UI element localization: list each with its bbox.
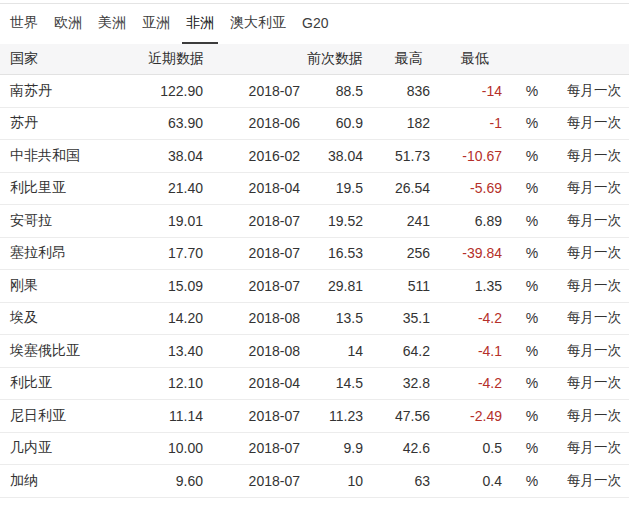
country-link[interactable]: 埃及 (0, 309, 148, 327)
table-row[interactable]: 尼日利亚 11.14 2018-07 11.23 47.56 -2.49 % 每… (0, 400, 629, 433)
header-previous: 前次数据 (300, 50, 363, 68)
country-link[interactable]: 苏丹 (0, 114, 148, 132)
region-tab-1[interactable]: 欧洲 (50, 4, 86, 44)
recent-value: 12.10 (148, 375, 203, 391)
reference-date: 2018-07 (203, 213, 300, 229)
table-row[interactable]: 利比里亚 21.40 2018-04 19.5 26.54 -5.69 % 每月… (0, 173, 629, 206)
frequency-label: 每月一次 (562, 407, 629, 425)
table-row[interactable]: 利比亚 12.10 2018-04 14.5 32.8 -4.2 % 每月一次 (0, 368, 629, 401)
country-link[interactable]: 塞拉利昂 (0, 244, 148, 262)
country-link[interactable]: 加纳 (0, 472, 148, 490)
lowest-value: -5.69 (430, 180, 502, 196)
table-row[interactable]: 中非共和国 38.04 2016-02 38.04 51.73 -10.67 %… (0, 140, 629, 173)
region-tab-label: 欧洲 (54, 14, 82, 32)
country-link[interactable]: 埃塞俄比亚 (0, 342, 148, 360)
table-row[interactable]: 刚果 15.09 2018-07 29.81 511 1.35 % 每月一次 (0, 270, 629, 303)
table-row[interactable]: 埃塞俄比亚 13.40 2018-08 14 64.2 -4.1 % 每月一次 (0, 335, 629, 368)
unit-label: % (502, 408, 562, 424)
highest-value: 51.73 (363, 148, 430, 164)
previous-value: 19.5 (300, 180, 363, 196)
country-link[interactable]: 几内亚 (0, 439, 148, 457)
recent-value: 19.01 (148, 213, 203, 229)
lowest-value: -2.49 (430, 408, 502, 424)
highest-value: 836 (363, 83, 430, 99)
region-tab-6[interactable]: G20 (298, 4, 332, 44)
highest-value: 182 (363, 115, 430, 131)
table-body: 南苏丹 122.90 2018-07 88.5 836 -14 % 每月一次 苏… (0, 75, 629, 498)
header-country: 国家 (0, 50, 148, 68)
recent-value: 21.40 (148, 180, 203, 196)
economic-indicators-page: 世界 欧洲 美洲 亚洲 非洲 澳大利亚 G20 国家 近期数据 前次数据 最高 … (0, 0, 629, 506)
reference-date: 2018-04 (203, 180, 300, 196)
region-tab-label: 世界 (10, 14, 38, 32)
previous-value: 14.5 (300, 375, 363, 391)
reference-date: 2018-07 (203, 408, 300, 424)
table-row[interactable]: 南苏丹 122.90 2018-07 88.5 836 -14 % 每月一次 (0, 75, 629, 108)
unit-label: % (502, 375, 562, 391)
reference-date: 2016-02 (203, 148, 300, 164)
recent-value: 11.14 (148, 408, 203, 424)
country-link[interactable]: 刚果 (0, 277, 148, 295)
header-recent: 近期数据 (148, 50, 203, 68)
lowest-value: -4.2 (430, 310, 502, 326)
frequency-label: 每月一次 (562, 374, 629, 392)
recent-value: 13.40 (148, 343, 203, 359)
highest-value: 511 (363, 278, 430, 294)
frequency-label: 每月一次 (562, 82, 629, 100)
region-tab-label: G20 (302, 15, 328, 31)
lowest-value: 6.89 (430, 213, 502, 229)
reference-date: 2018-08 (203, 310, 300, 326)
frequency-label: 每月一次 (562, 212, 629, 230)
frequency-label: 每月一次 (562, 309, 629, 327)
table-row[interactable]: 塞拉利昂 17.70 2018-07 16.53 256 -39.84 % 每月… (0, 238, 629, 271)
lowest-value: -1 (430, 115, 502, 131)
unit-label: % (502, 115, 562, 131)
region-tab-label: 非洲 (186, 14, 214, 32)
recent-value: 14.20 (148, 310, 203, 326)
unit-label: % (502, 148, 562, 164)
previous-value: 10 (300, 473, 363, 489)
unit-label: % (502, 310, 562, 326)
country-link[interactable]: 尼日利亚 (0, 407, 148, 425)
recent-value: 122.90 (148, 83, 203, 99)
region-tab-2[interactable]: 美洲 (94, 4, 130, 44)
previous-value: 60.9 (300, 115, 363, 131)
table-row[interactable]: 埃及 14.20 2018-08 13.5 35.1 -4.2 % 每月一次 (0, 303, 629, 336)
reference-date: 2018-07 (203, 245, 300, 261)
highest-value: 42.6 (363, 440, 430, 456)
lowest-value: -14 (430, 83, 502, 99)
highest-value: 32.8 (363, 375, 430, 391)
region-tab-4[interactable]: 非洲 (182, 4, 218, 44)
unit-label: % (502, 245, 562, 261)
reference-date: 2018-07 (203, 473, 300, 489)
frequency-label: 每月一次 (562, 114, 629, 132)
recent-value: 63.90 (148, 115, 203, 131)
frequency-label: 每月一次 (562, 147, 629, 165)
unit-label: % (502, 180, 562, 196)
region-tab-3[interactable]: 亚洲 (138, 4, 174, 44)
unit-label: % (502, 343, 562, 359)
reference-date: 2018-06 (203, 115, 300, 131)
region-tab-label: 澳大利亚 (230, 14, 286, 32)
table-row[interactable]: 几内亚 10.00 2018-07 9.9 42.6 0.5 % 每月一次 (0, 433, 629, 466)
recent-value: 15.09 (148, 278, 203, 294)
recent-value: 10.00 (148, 440, 203, 456)
reference-date: 2018-07 (203, 83, 300, 99)
country-link[interactable]: 利比里亚 (0, 179, 148, 197)
country-link[interactable]: 利比亚 (0, 374, 148, 392)
country-link[interactable]: 南苏丹 (0, 82, 148, 100)
table-row[interactable]: 安哥拉 19.01 2018-07 19.52 241 6.89 % 每月一次 (0, 205, 629, 238)
unit-label: % (502, 83, 562, 99)
region-tabs: 世界 欧洲 美洲 亚洲 非洲 澳大利亚 G20 (0, 4, 629, 44)
frequency-label: 每月一次 (562, 472, 629, 490)
country-link[interactable]: 安哥拉 (0, 212, 148, 230)
previous-value: 9.9 (300, 440, 363, 456)
lowest-value: 0.4 (430, 473, 502, 489)
table-row[interactable]: 加纳 9.60 2018-07 10 63 0.4 % 每月一次 (0, 465, 629, 498)
region-tab-0[interactable]: 世界 (6, 4, 42, 44)
country-link[interactable]: 中非共和国 (0, 147, 148, 165)
recent-value: 9.60 (148, 473, 203, 489)
table-row[interactable]: 苏丹 63.90 2018-06 60.9 182 -1 % 每月一次 (0, 108, 629, 141)
reference-date: 2018-08 (203, 343, 300, 359)
region-tab-5[interactable]: 澳大利亚 (226, 4, 290, 44)
